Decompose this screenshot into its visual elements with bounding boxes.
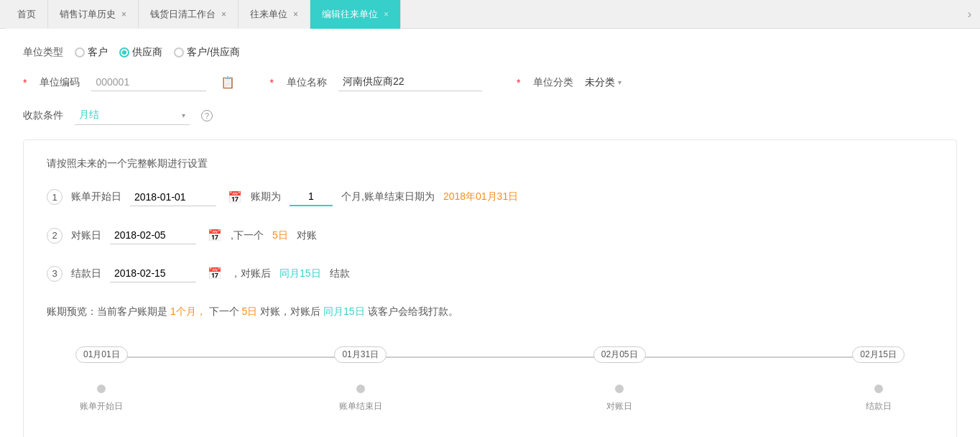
timeline-dot-0 xyxy=(97,385,106,393)
code-label: 单位编码 xyxy=(40,76,80,89)
timeline-badge-2: 02月05日 xyxy=(593,346,646,363)
code-input[interactable]: 000001 xyxy=(91,73,206,91)
step-2-num: 2 xyxy=(47,228,63,244)
preview-highlight2: 5日 xyxy=(241,305,257,317)
step-3-desc-prefix: ，对账后 xyxy=(231,267,271,280)
step-1-period-suffix: 个月,账单结束日期为 xyxy=(341,190,435,203)
preview-suffix: 该客户会给我打款。 xyxy=(368,305,458,317)
radio-customer[interactable]: 客户 xyxy=(75,46,108,59)
radio-supplier-label: 供应商 xyxy=(132,46,162,59)
step-1-period-input[interactable] xyxy=(290,188,333,206)
category-label: 单位分类 xyxy=(533,76,573,89)
tab-sales-history-label: 销售订单历史 xyxy=(60,8,116,21)
unit-type-radio-group: 客户 供应商 客户/供应商 xyxy=(75,46,240,59)
unit-type-row: 单位类型 客户 供应商 客户/供应商 xyxy=(23,46,957,59)
code-star: * xyxy=(23,77,27,88)
tab-cash-workbench[interactable]: 钱货日清工作台 × xyxy=(139,0,239,29)
step-3-row: 3 结款日 📅 ，对账后 同月15日 结款 xyxy=(47,264,933,282)
radio-supplier-circle xyxy=(119,47,129,58)
payment-label: 收款条件 xyxy=(23,109,63,122)
tab-edit-partner-label: 编辑往来单位 xyxy=(322,8,378,21)
preview-highlight3: 同月15日 xyxy=(323,305,365,317)
category-value: 未分类 xyxy=(585,76,615,89)
main-content: 单位类型 客户 供应商 客户/供应商 * 单位编码 000001 📋 * 单位名… xyxy=(0,29,980,437)
timeline-label-0: 账单开始日 xyxy=(80,400,123,413)
payment-value: 月结 xyxy=(79,109,176,121)
timeline-dot-1 xyxy=(356,385,365,393)
code-name-category-row: * 单位编码 000001 📋 * 单位名称 河南供应商22 * 单位分类 未分… xyxy=(23,73,957,91)
step-3-calendar-icon[interactable]: 📅 xyxy=(208,267,222,280)
radio-supplier[interactable]: 供应商 xyxy=(119,46,162,59)
tabs-bar: 首页 销售订单历史 × 钱货日清工作台 × 往来单位 × 编辑往来单位 × › xyxy=(0,0,980,29)
tab-sales-history[interactable]: 销售订单历史 × xyxy=(48,0,139,29)
close-cash-workbench-icon[interactable]: × xyxy=(221,9,226,19)
step-3-highlight: 同月15日 xyxy=(279,267,321,280)
step-1-date-input[interactable] xyxy=(130,188,216,206)
timeline-node-1: 01月31日 账单结束日 xyxy=(334,346,387,413)
radio-both[interactable]: 客户/供应商 xyxy=(174,46,240,59)
step-1-period-prefix: 账期为 xyxy=(251,190,281,203)
timeline-badge-1: 01月31日 xyxy=(334,346,387,363)
tab-home-label: 首页 xyxy=(17,8,36,21)
preview-highlight1: 1个月， xyxy=(170,305,206,317)
timeline-label-3: 结款日 xyxy=(866,400,892,413)
name-star: * xyxy=(269,77,273,88)
payment-help-icon[interactable]: ? xyxy=(201,110,213,121)
timeline-node-2: 02月05日 对账日 xyxy=(593,346,646,413)
step-1-num: 1 xyxy=(47,189,63,205)
preview-prefix: 账期预览：当前客户账期是 xyxy=(47,305,167,317)
step-2-desc-suffix: 对账 xyxy=(297,229,317,242)
step-3-desc-suffix: 结款 xyxy=(330,267,350,280)
name-input[interactable]: 河南供应商22 xyxy=(338,73,482,91)
tab-home[interactable]: 首页 xyxy=(6,0,48,29)
step-2-row: 2 对账日 📅 ,下一个 5日 对账 xyxy=(47,226,933,244)
timeline-node-3: 02月15日 结款日 xyxy=(852,346,905,413)
code-calendar-icon[interactable]: 📋 xyxy=(221,75,235,89)
step-3-date-input[interactable] xyxy=(110,264,196,282)
timeline: 01月01日 账单开始日 01月31日 账单结束日 02月05日 对账日 02月… xyxy=(47,335,933,424)
close-sales-history-icon[interactable]: × xyxy=(121,9,126,19)
payment-chevron-icon: ▾ xyxy=(182,111,185,119)
preview-middle: 下一个 xyxy=(209,305,239,317)
radio-both-label: 客户/供应商 xyxy=(187,46,240,59)
timeline-nodes: 01月01日 账单开始日 01月31日 账单结束日 02月05日 对账日 02月… xyxy=(75,346,905,413)
step-2-highlight: 5日 xyxy=(272,229,288,242)
timeline-label-2: 对账日 xyxy=(606,400,632,413)
timeline-dot-2 xyxy=(615,385,624,393)
step-2-label: 对账日 xyxy=(71,229,101,242)
payment-row: 收款条件 月结 ▾ ? xyxy=(23,106,957,125)
timeline-label-1: 账单结束日 xyxy=(339,400,382,413)
step-3-label: 结款日 xyxy=(71,267,101,280)
radio-both-circle xyxy=(174,47,184,58)
timeline-badge-3: 02月15日 xyxy=(852,346,905,363)
preview-text: 账期预览：当前客户账期是 1个月， 下一个 5日 对账，对账后 同月15日 该客… xyxy=(47,303,933,321)
step-2-calendar-icon[interactable]: 📅 xyxy=(208,229,222,242)
category-select[interactable]: 未分类 ▾ xyxy=(585,76,621,89)
step-3-num: 3 xyxy=(47,266,63,282)
name-label: 单位名称 xyxy=(287,76,327,89)
step-1-calendar-icon[interactable]: 📅 xyxy=(228,190,242,204)
close-edit-partner-icon[interactable]: × xyxy=(384,9,389,19)
category-chevron-icon: ▾ xyxy=(618,78,621,86)
timeline-node-0: 01月01日 账单开始日 xyxy=(75,346,128,413)
period-section: 请按照未来的一个完整帐期进行设置 1 账单开始日 📅 账期为 个月,账单结束日期… xyxy=(23,139,957,437)
tab-partner-label: 往来单位 xyxy=(250,8,287,21)
step-1-row: 1 账单开始日 📅 账期为 个月,账单结束日期为 2018年01月31日 xyxy=(47,188,933,206)
tab-scroll-arrow[interactable]: › xyxy=(959,8,980,21)
category-star: * xyxy=(517,77,520,88)
step-1-period-end: 2018年01月31日 xyxy=(443,190,518,203)
timeline-dot-3 xyxy=(874,385,883,393)
close-partner-icon[interactable]: × xyxy=(293,9,298,19)
unit-type-label: 单位类型 xyxy=(23,46,63,59)
radio-customer-circle xyxy=(75,47,85,58)
payment-select[interactable]: 月结 ▾ xyxy=(75,106,190,125)
step-2-desc-prefix: ,下一个 xyxy=(231,229,264,242)
radio-customer-label: 客户 xyxy=(88,46,108,59)
step-2-date-input[interactable] xyxy=(110,226,196,244)
timeline-badge-0: 01月01日 xyxy=(75,346,128,363)
step-1-label: 账单开始日 xyxy=(71,190,121,203)
tab-partner[interactable]: 往来单位 × xyxy=(239,0,310,29)
section-title: 请按照未来的一个完整帐期进行设置 xyxy=(47,157,933,170)
tab-edit-partner[interactable]: 编辑往来单位 × xyxy=(310,0,401,29)
preview-middle2: 对账，对账后 xyxy=(260,305,320,317)
